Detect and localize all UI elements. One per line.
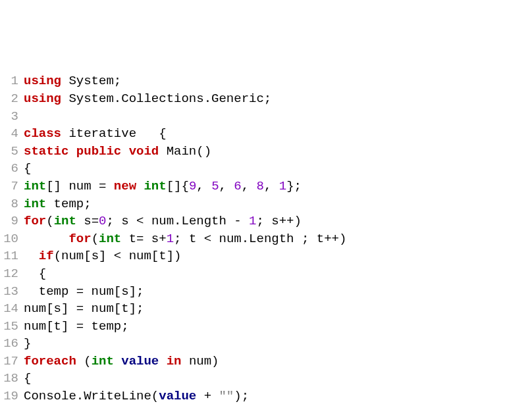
token-kw-green: int	[24, 179, 46, 193]
code-line[interactable]: 6{	[0, 160, 532, 178]
line-number: 16	[0, 335, 24, 353]
token-plain: ; s < num.Length -	[106, 214, 249, 228]
code-line[interactable]: 1using System;	[0, 72, 532, 90]
token-plain: t= s+	[121, 232, 166, 246]
code-line[interactable]: 11 if(num[s] < num[t])	[0, 247, 532, 265]
line-number: 1	[0, 72, 24, 90]
code-content[interactable]: }	[24, 335, 532, 353]
code-content[interactable]: {	[24, 160, 532, 178]
token-plain: [] num =	[46, 179, 114, 193]
token-plain: System;	[61, 74, 121, 88]
line-number: 5	[0, 143, 24, 161]
code-content[interactable]: temp = num[s];	[24, 283, 532, 301]
code-content[interactable]: using System;	[24, 72, 532, 90]
token-kw-green: int	[54, 214, 76, 228]
code-line[interactable]: 15num[t] = temp;	[0, 318, 532, 336]
token-plain: num[t] = temp;	[24, 319, 129, 334]
code-line[interactable]: 5static public void Main()	[0, 143, 532, 161]
token-kw-green: int	[99, 232, 121, 246]
token-plain	[114, 354, 121, 368]
line-number: 14	[0, 300, 24, 318]
code-content[interactable]: foreach (int value in num)	[24, 353, 532, 370]
token-plain: temp;	[46, 197, 91, 211]
token-plain: +	[196, 389, 219, 403]
code-content[interactable]: int temp;	[24, 195, 532, 213]
code-line[interactable]: 13 temp = num[s];	[0, 283, 532, 301]
code-content[interactable]: num[t] = temp;	[24, 318, 532, 336]
line-number: 4	[0, 125, 24, 143]
token-plain: {	[24, 266, 46, 281]
token-plain: []{	[167, 179, 189, 193]
token-plain: s=	[76, 214, 99, 228]
code-line[interactable]: 17foreach (int value in num)	[0, 353, 532, 370]
code-content[interactable]: using System.Collections.Generic;	[24, 90, 532, 108]
line-number: 12	[0, 265, 24, 283]
token-plain	[24, 232, 68, 246]
token-kw-red: for	[68, 232, 91, 246]
line-number: 17	[0, 353, 24, 370]
token-plain	[68, 144, 76, 159]
token-plain: );	[234, 389, 249, 403]
token-plain: ,	[219, 179, 234, 193]
token-num-lit: 1	[279, 179, 286, 193]
line-number: 15	[0, 318, 24, 336]
code-line[interactable]: 2using System.Collections.Generic;	[0, 90, 532, 108]
token-kw-blue: value	[159, 389, 196, 403]
code-content[interactable]: {	[24, 370, 532, 388]
line-number: 3	[0, 108, 24, 126]
token-num-lit: 9	[189, 179, 196, 193]
code-content[interactable]: for(int t= s+1; t < num.Length ; t++)	[24, 230, 532, 248]
token-kw-red: new	[114, 179, 136, 193]
token-kw-red: in	[167, 354, 182, 368]
line-number: 8	[0, 195, 24, 213]
code-content[interactable]: for(int s=0; s < num.Length - 1; s++)	[24, 213, 532, 230]
code-line[interactable]: 8int temp;	[0, 195, 532, 213]
code-line[interactable]: 9for(int s=0; s < num.Length - 1; s++)	[0, 213, 532, 230]
token-plain: (	[76, 354, 92, 368]
code-content[interactable]: class iterative {	[24, 125, 532, 143]
token-plain: };	[286, 179, 302, 193]
token-kw-red: static	[24, 144, 68, 159]
token-plain: num[s] = num[t];	[24, 301, 144, 316]
token-plain: Main()	[159, 144, 211, 159]
token-str-lit: ""	[219, 389, 234, 403]
token-plain: {	[24, 371, 31, 386]
token-plain	[24, 249, 39, 263]
code-content[interactable]: {	[24, 265, 532, 283]
code-line[interactable]: 10 for(int t= s+1; t < num.Length ; t++)	[0, 230, 532, 248]
line-number: 18	[0, 370, 24, 388]
token-kw-red: foreach	[24, 354, 76, 368]
token-plain: ; s++)	[257, 214, 302, 228]
code-line[interactable]: 16}	[0, 335, 532, 353]
token-kw-red: class	[24, 126, 61, 141]
code-line[interactable]: 19Console.WriteLine(value + "");	[0, 388, 532, 404]
code-line[interactable]: 3	[0, 108, 532, 126]
token-plain	[136, 179, 144, 193]
token-plain: }	[24, 336, 31, 351]
line-number: 19	[0, 388, 24, 404]
token-kw-red: for	[24, 214, 46, 228]
token-num-lit: 0	[99, 214, 106, 228]
token-num-lit: 6	[234, 179, 241, 193]
code-content[interactable]: if(num[s] < num[t])	[24, 247, 532, 265]
token-plain: System.Collections.Generic;	[61, 91, 271, 106]
code-content[interactable]: int[] num = new int[]{9, 5, 6, 8, 1};	[24, 178, 532, 195]
token-plain: temp = num[s];	[24, 284, 144, 299]
token-plain: ,	[196, 179, 211, 193]
code-content[interactable]: num[s] = num[t];	[24, 300, 532, 318]
code-line[interactable]: 18{	[0, 370, 532, 388]
token-num-lit: 5	[211, 179, 219, 193]
token-plain	[121, 144, 128, 159]
code-editor[interactable]: 1using System;2using System.Collections.…	[0, 72, 532, 404]
token-plain: (	[46, 214, 53, 228]
code-line[interactable]: 7int[] num = new int[]{9, 5, 6, 8, 1};	[0, 178, 532, 195]
token-num-lit: 1	[167, 232, 174, 246]
code-line[interactable]: 4class iterative {	[0, 125, 532, 143]
token-plain: iterative {	[61, 126, 167, 141]
code-content[interactable]: static public void Main()	[24, 143, 532, 161]
code-line[interactable]: 12 {	[0, 265, 532, 283]
code-content[interactable]: Console.WriteLine(value + "");	[24, 388, 532, 404]
token-kw-red: public	[76, 144, 121, 159]
line-number: 9	[0, 213, 24, 230]
code-line[interactable]: 14num[s] = num[t];	[0, 300, 532, 318]
